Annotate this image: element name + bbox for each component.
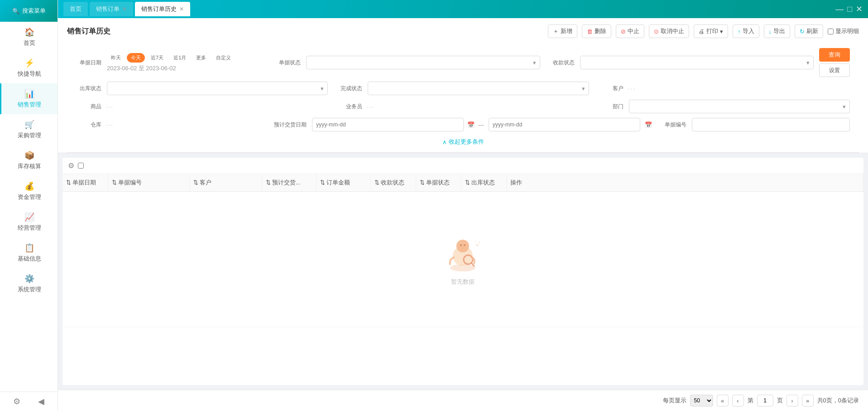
page-title-row: 销售订单历史 ＋ 新增 🗑 删除 ⊘ 中止 ⊙ <box>67 24 859 38</box>
filter-complete-status: 完成状态 ▾ <box>337 82 589 95</box>
tab-sales-order-history-label: 销售订单历史 <box>141 5 177 13</box>
shortcut-today[interactable]: 今天 <box>127 53 145 63</box>
window-close-icon[interactable]: ✕ <box>856 4 863 14</box>
prev-page-button[interactable]: ‹ <box>732 395 744 406</box>
warehouse-selector[interactable]: ··· <box>104 121 115 128</box>
new-button[interactable]: ＋ 新增 <box>548 24 577 38</box>
import-button[interactable]: ↑ 导入 <box>733 24 759 38</box>
delivery-date-from[interactable] <box>312 118 464 131</box>
cancel-stop-button[interactable]: ⊙ 取消中止 <box>649 24 689 38</box>
page-number-input[interactable] <box>757 395 773 406</box>
window-max-icon[interactable]: □ <box>847 5 852 14</box>
select-all-checkbox[interactable] <box>78 163 84 169</box>
sort-number-icon[interactable]: ⇅ <box>112 179 117 186</box>
sales-icon: 📊 <box>24 89 34 99</box>
payment-status-select[interactable]: ▾ <box>580 56 814 69</box>
complete-status-select[interactable]: ▾ <box>368 82 589 95</box>
col-delivery: ⇅ 预计交货... <box>262 174 316 192</box>
sidebar-item-quick-nav[interactable]: ⚡ 快捷导航 <box>0 53 58 83</box>
filter-department: 部门 ▾ <box>598 100 850 113</box>
search-menu-button[interactable]: 🔍 搜索菜单 <box>0 0 58 22</box>
customer-selector[interactable]: ··· <box>626 85 638 92</box>
refresh-button[interactable]: ↻ 刷新 <box>795 24 823 38</box>
table-settings-icon[interactable]: ⚙ <box>68 161 74 170</box>
collapse-up-icon: ∧ <box>442 139 447 145</box>
svg-point-7 <box>476 244 478 246</box>
collapse-sidebar-icon[interactable]: ◀ <box>38 396 44 406</box>
sort-amount-icon[interactable]: ⇅ <box>320 179 325 186</box>
sidebar-item-finance[interactable]: 💰 资金管理 <box>0 176 58 207</box>
search-icon: 🔍 <box>12 8 19 15</box>
new-label: 新增 <box>561 27 572 35</box>
bill-number-input[interactable] <box>692 118 850 131</box>
sidebar-item-system[interactable]: ⚙️ 系统管理 <box>0 268 58 299</box>
print-label: 打印 <box>706 27 718 35</box>
shortcut-more[interactable]: 更多 <box>192 53 210 63</box>
svg-point-6 <box>464 244 465 246</box>
collapse-filter-button[interactable]: ∧ 收起更多条件 <box>76 136 850 148</box>
shortcut-7days[interactable]: 近7天 <box>147 53 168 63</box>
filter-salesperson: 业务员 ··· <box>337 103 589 111</box>
settings-bottom-icon[interactable]: ⚙ <box>13 396 20 406</box>
display-toggle-checkbox[interactable] <box>828 29 834 34</box>
sort-customer-icon[interactable]: ⇅ <box>193 179 198 186</box>
main-area: 首页 销售订单 ✕ 销售订单历史 ✕ — □ ✕ 销售订单历史 ＋ 新增 <box>58 0 868 411</box>
sidebar-item-inventory[interactable]: 📦 库存核算 <box>0 145 58 176</box>
cancel-stop-label: 取消中止 <box>661 27 684 35</box>
svg-point-2 <box>456 240 469 252</box>
col-number: ⇅ 单据编号 <box>108 174 189 192</box>
goods-selector[interactable]: ··· <box>104 103 115 110</box>
warehouse-label: 仓库 <box>76 121 101 129</box>
calendar-to-icon[interactable]: 📅 <box>645 121 652 128</box>
empty-illustration <box>440 232 485 278</box>
shortcut-custom[interactable]: 自定义 <box>212 53 235 63</box>
sidebar-item-home[interactable]: 🏠 首页 <box>0 22 58 53</box>
department-select[interactable]: ▾ <box>629 100 850 113</box>
shortcut-1month[interactable]: 近1月 <box>169 53 190 63</box>
last-page-button[interactable]: » <box>802 395 814 406</box>
filter-row-2: 出库状态 ▾ 完成状态 ▾ <box>76 82 850 95</box>
tab-sales-order-history-close[interactable]: ✕ <box>179 6 184 12</box>
next-page-button[interactable]: › <box>786 395 798 406</box>
delivery-date-to[interactable] <box>489 118 640 131</box>
sidebar-item-purchase[interactable]: 🛒 采购管理 <box>0 114 58 145</box>
out-status-select[interactable]: ▾ <box>107 82 328 95</box>
settings-filter-button[interactable]: 设置 <box>819 63 850 77</box>
bill-status-select[interactable]: ▾ <box>306 56 540 69</box>
tab-sales-order-close[interactable]: ✕ <box>122 6 127 12</box>
sidebar-item-inventory-label: 库存核算 <box>18 162 41 170</box>
table-body: 暂无数据 <box>62 192 863 327</box>
delete-button[interactable]: 🗑 删除 <box>582 24 611 38</box>
table-area: ⚙ ⇅ 单据日期 ⇅ 单据编号 ⇅ <box>62 158 863 385</box>
display-toggle-label: 显示明细 <box>835 27 859 35</box>
sort-icon[interactable]: ⇅ <box>66 179 71 186</box>
filter-bill-number: 单据编号 <box>661 118 850 131</box>
window-min-icon[interactable]: — <box>835 5 844 14</box>
print-button[interactable]: 🖨 打印 ▾ <box>694 24 728 38</box>
sidebar-item-basic-info[interactable]: 📋 基础信息 <box>0 237 58 268</box>
display-toggle[interactable]: 显示明细 <box>828 27 859 35</box>
export-button[interactable]: ↓ 导出 <box>764 24 791 38</box>
inventory-icon: 📦 <box>24 150 34 160</box>
stop-label: 中止 <box>628 27 639 35</box>
query-button[interactable]: 查询 <box>819 48 850 62</box>
date-range-text: 2023-06-02 至 2023-06-02 <box>107 64 235 73</box>
sidebar-item-sales[interactable]: 📊 销售管理 <box>0 83 58 114</box>
tab-home[interactable]: 首页 <box>63 2 88 16</box>
stop-button[interactable]: ⊘ 中止 <box>616 24 644 38</box>
calendar-from-icon[interactable]: 📅 <box>467 121 475 128</box>
quick-nav-icon: ⚡ <box>24 58 34 68</box>
home-icon: 🏠 <box>24 27 34 37</box>
page-size-select[interactable]: 10 20 50 100 <box>690 395 713 406</box>
sort-out-icon[interactable]: ⇅ <box>465 179 470 186</box>
finance-icon: 💰 <box>24 181 34 191</box>
sort-bill-icon[interactable]: ⇅ <box>420 179 425 186</box>
tab-sales-order-history[interactable]: 销售订单历史 ✕ <box>135 2 190 16</box>
first-page-button[interactable]: « <box>717 395 729 406</box>
shortcut-yesterday[interactable]: 昨天 <box>107 53 125 63</box>
sort-payment-icon[interactable]: ⇅ <box>374 179 379 186</box>
tab-sales-order[interactable]: 销售订单 ✕ <box>90 2 133 16</box>
salesperson-selector[interactable]: ··· <box>365 103 376 110</box>
sidebar-item-operations[interactable]: 📈 经营管理 <box>0 207 58 237</box>
sort-delivery-icon[interactable]: ⇅ <box>266 179 271 186</box>
